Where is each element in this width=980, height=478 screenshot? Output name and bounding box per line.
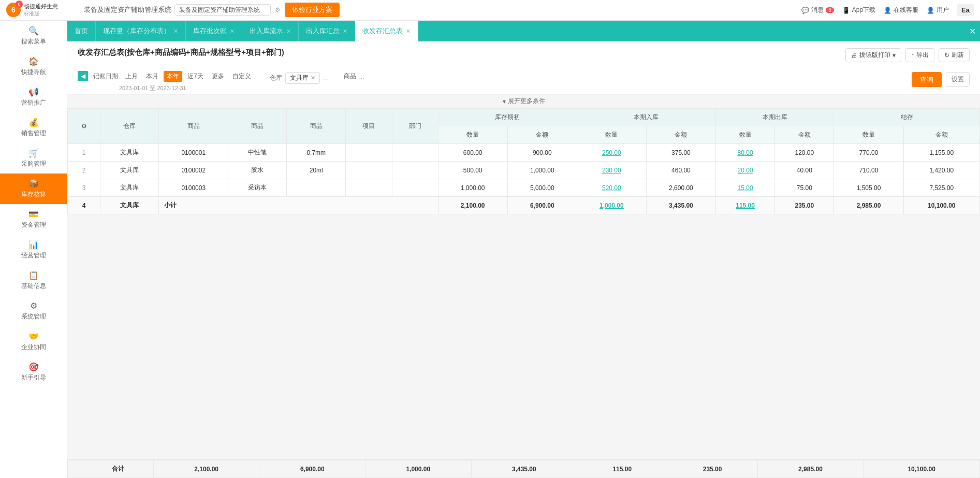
sys-selector[interactable]: 装备及固定资产辅助管理系统 — [174, 4, 271, 16]
th-out-qty: 数量 — [715, 126, 774, 144]
cell-project — [346, 162, 392, 179]
total-open-qty: 2,100.00 — [153, 460, 259, 478]
app-icon: 📱 — [842, 7, 850, 14]
tab-batch-close[interactable]: ✕ — [230, 28, 235, 35]
cell-out-qty[interactable]: 15.00 — [715, 179, 774, 197]
cell-out-amt: 75.00 — [775, 179, 834, 197]
subtotal-open-amt: 6,900.00 — [507, 197, 577, 214]
tab-in-out-summary-close[interactable]: ✕ — [343, 28, 347, 35]
tab-home[interactable]: 首页 — [67, 21, 96, 41]
cell-out-qty[interactable]: 20.00 — [715, 162, 774, 179]
tab-recv-send-summary-close[interactable]: ✕ — [406, 28, 411, 35]
msg-item[interactable]: 💬 消息 6 — [801, 6, 834, 15]
logo-sub: 标准版 — [24, 10, 58, 18]
cell-in-qty[interactable]: 230.00 — [577, 162, 646, 179]
th-open-qty: 数量 — [438, 126, 507, 144]
export-button[interactable]: ↑ 导出 — [905, 48, 934, 62]
table-header-row-1: ⚙ 仓库 商品 商品 商品 项目 部门 库存期初 本期入库 本期出库 结存 — [68, 109, 980, 126]
home-icon: 🏠 — [28, 56, 39, 66]
expand-conditions-button[interactable]: ▾ 展开更多条件 — [503, 97, 545, 106]
msg-label: 消息 — [811, 6, 824, 15]
page-title: 收发存汇总表(按仓库+商品编码+商品+规格型号+项目+部门) — [78, 48, 284, 57]
user-avatar[interactable]: Ea — [957, 4, 974, 16]
date-btn-prev-month[interactable]: 上月 — [122, 71, 141, 82]
warehouse-more[interactable]: ... — [323, 75, 328, 82]
goods-more[interactable]: ... — [359, 73, 364, 80]
goods-label: 商品 — [344, 72, 356, 81]
warehouse-tag-remove[interactable]: ✕ — [311, 75, 315, 81]
date-btn-custom[interactable]: 自定义 — [229, 71, 254, 82]
setting-button[interactable]: 设置 — [946, 72, 970, 87]
date-btn-7days[interactable]: 近7天 — [184, 71, 207, 82]
th-settings[interactable]: ⚙ — [68, 109, 100, 144]
tab-recv-send-summary[interactable]: 收发存汇总表 ✕ — [355, 21, 418, 41]
sidebar-item-finance[interactable]: 💳 资金管理 — [0, 204, 67, 235]
refresh-icon: ↻ — [944, 52, 949, 59]
nav-badge: 6 — [16, 1, 23, 8]
page-header: 收发存汇总表(按仓库+商品编码+商品+规格型号+项目+部门) 🖨 拔镜版打印 ▾… — [67, 41, 980, 67]
cell-out-qty[interactable]: 80.00 — [715, 144, 774, 162]
cell-in-amt: 375.00 — [646, 144, 715, 162]
sidebar-label-basic-info: 基础信息 — [21, 282, 46, 291]
app-download-item[interactable]: 📱 App下载 — [842, 6, 875, 15]
tab-home-label: 首页 — [75, 26, 88, 36]
cell-end-amt: 1,155.00 — [903, 144, 979, 162]
tab-stock-dist-close[interactable]: ✕ — [173, 28, 178, 35]
table-body: 1 文具库 0100001 中性笔 0.7mm 600.00 900.00 25… — [68, 144, 980, 214]
service-item[interactable]: 👤 在线客服 — [884, 6, 918, 15]
refresh-button[interactable]: ↻ 刷新 — [939, 48, 970, 62]
filter-action-buttons: 查询 设置 — [912, 72, 970, 87]
sidebar-item-basic-info[interactable]: 📋 基础信息 — [0, 265, 67, 296]
total-empty-1 — [68, 460, 83, 478]
cell-end-amt: 1,420.00 — [903, 162, 979, 179]
sidebar-item-quick-nav[interactable]: 🏠 快捷导航 — [0, 51, 67, 82]
sidebar-item-search[interactable]: 🔍 搜索菜单 — [0, 21, 67, 51]
th-in-amt: 金额 — [646, 126, 715, 144]
tab-bar: 首页 现存量（库存分布表） ✕ 库存批次账 ✕ 出入库流水 ✕ 出入库汇总 ✕ — [67, 21, 980, 41]
sidebar-label-search: 搜索菜单 — [21, 37, 46, 46]
sidebar-item-guide[interactable]: 🎯 新手引导 — [0, 357, 67, 387]
cell-in-qty[interactable]: 250.00 — [577, 144, 646, 162]
subtotal-in-qty[interactable]: 1,000.00 — [577, 197, 646, 214]
tab-batch[interactable]: 库存批次账 ✕ — [186, 21, 242, 41]
date-btn-more[interactable]: 更多 — [209, 71, 227, 82]
sidebar-item-sales[interactable]: 💰 销售管理 — [0, 112, 67, 143]
subtotal-out-qty[interactable]: 115.00 — [715, 197, 774, 214]
trial-button[interactable]: 体验行业方案 — [285, 3, 340, 17]
filter-collapse-button[interactable]: ◀ — [78, 71, 88, 81]
print-button[interactable]: 🖨 拔镜版打印 ▾ — [845, 48, 901, 62]
date-btn-this-year[interactable]: 本年 — [164, 71, 182, 82]
system-icon: ⚙ — [30, 301, 37, 311]
th-end-amt: 金额 — [903, 126, 979, 144]
sidebar-item-operations[interactable]: 📊 经营管理 — [0, 235, 67, 265]
tab-bar-close-all[interactable]: ✕ — [969, 26, 980, 36]
sidebar-item-inventory[interactable]: 📦 库存核算 — [0, 173, 67, 204]
cell-in-qty[interactable]: 520.00 — [577, 179, 646, 197]
warehouse-tag[interactable]: 文具库 ✕ — [285, 72, 320, 84]
user-item[interactable]: 👤 用户 — [927, 6, 949, 15]
subtotal-no: 4 — [68, 197, 100, 214]
cell-open-qty: 1,000.00 — [438, 179, 507, 197]
tab-stock-dist[interactable]: 现存量（库存分布表） ✕ — [96, 21, 186, 41]
date-btn-this-month[interactable]: 本月 — [143, 71, 162, 82]
sidebar-item-system[interactable]: ⚙ 系统管理 — [0, 296, 67, 326]
cell-code: 0100002 — [159, 162, 228, 179]
cell-out-amt: 120.00 — [775, 144, 834, 162]
tab-in-out-flow[interactable]: 出入库流水 ✕ — [242, 21, 299, 41]
cell-name: 胶水 — [228, 162, 287, 179]
query-button[interactable]: 查询 — [912, 72, 942, 87]
subtotal-label: 小计 — [159, 197, 438, 214]
sidebar-item-cooperation[interactable]: 🤝 企业协同 — [0, 326, 67, 357]
sidebar-item-purchase[interactable]: 🛒 采购管理 — [0, 143, 67, 173]
sys-title: 装备及固定资产辅助管理系统 — [84, 5, 171, 15]
operations-icon: 📊 — [28, 240, 39, 250]
cell-no: 2 — [68, 162, 100, 179]
subtotal-end-amt: 10,100.00 — [903, 197, 979, 214]
finance-icon: 💳 — [28, 209, 39, 219]
warehouse-tag-text: 文具库 — [290, 74, 309, 82]
tab-in-out-summary[interactable]: 出入库汇总 ✕ — [299, 21, 355, 41]
tab-in-out-flow-close[interactable]: ✕ — [286, 28, 291, 35]
sidebar-item-marketing[interactable]: 📢 营销推广 — [0, 82, 67, 112]
subtotal-end-qty: 2,985.00 — [834, 197, 903, 214]
subtotal-open-qty: 2,100.00 — [438, 197, 507, 214]
